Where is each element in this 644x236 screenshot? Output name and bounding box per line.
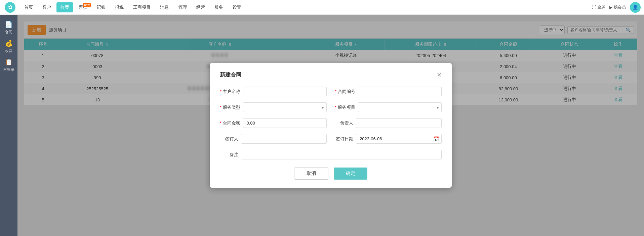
customer-label: 客户名称 bbox=[220, 89, 240, 95]
modal-overlay: 新建合同 ✕ 客户名称 合同编号 服务类型 服务项目 bbox=[17, 15, 644, 236]
service-item-select[interactable] bbox=[358, 102, 442, 112]
new-badge: new bbox=[83, 3, 91, 7]
field-service-item: 服务项目 bbox=[335, 102, 442, 112]
customer-input[interactable] bbox=[243, 87, 327, 96]
avatar[interactable]: 👤 bbox=[630, 2, 641, 13]
service-item-label: 服务项目 bbox=[335, 104, 355, 110]
sidebar-billing-label: 收费 bbox=[5, 48, 12, 53]
contract-no-input[interactable] bbox=[358, 87, 442, 96]
sidebar-contract-label: 合同 bbox=[5, 30, 12, 35]
service-item-select-wrap bbox=[358, 102, 442, 112]
modal-title: 新建合同 bbox=[220, 72, 241, 79]
service-type-select[interactable] bbox=[243, 102, 327, 112]
avatar-icon: 👤 bbox=[633, 5, 638, 10]
sign-date-label: 签订日期 bbox=[335, 136, 353, 142]
nav-service[interactable]: 服务 bbox=[210, 2, 227, 12]
field-service-type: 服务类型 bbox=[220, 102, 327, 112]
responsible-input[interactable] bbox=[356, 118, 442, 128]
logo-icon: ✿ bbox=[5, 2, 15, 13]
field-sign-date: 签订日期 📅 bbox=[335, 134, 442, 144]
contract-icon: 📄 bbox=[5, 21, 12, 28]
sign-date-input[interactable] bbox=[356, 134, 442, 144]
confirm-button[interactable]: 确定 bbox=[334, 168, 367, 180]
amount-label: 合同金额 bbox=[220, 120, 240, 126]
form-row-2: 服务类型 服务项目 bbox=[220, 102, 442, 112]
field-customer: 客户名称 bbox=[220, 87, 327, 96]
field-responsible: 负责人 bbox=[335, 118, 442, 128]
sidebar: 📄 合同 💰 收费 📋 对账单 bbox=[0, 15, 17, 236]
nav-home[interactable]: 首页 bbox=[20, 2, 37, 12]
sidebar-item-statement[interactable]: 📋 对账单 bbox=[0, 56, 17, 75]
modal-footer: 取消 确定 bbox=[220, 168, 442, 180]
statement-icon: 📋 bbox=[5, 58, 12, 66]
billing-icon: 💰 bbox=[5, 40, 12, 47]
video-icon: ▶ bbox=[609, 5, 612, 10]
sidebar-item-contract[interactable]: 📄 合同 bbox=[0, 18, 17, 37]
note-label: 备注 bbox=[220, 152, 238, 158]
responsible-label: 负责人 bbox=[335, 120, 353, 126]
modal-close-button[interactable]: ✕ bbox=[437, 71, 442, 79]
nav-settings[interactable]: 设置 bbox=[229, 2, 245, 12]
cancel-button[interactable]: 取消 bbox=[294, 168, 328, 180]
nav-message[interactable]: 消息 bbox=[156, 2, 173, 12]
fullscreen-label: 全屏 bbox=[597, 4, 605, 10]
sidebar-item-billing[interactable]: 💰 收费 bbox=[0, 37, 17, 56]
service-type-select-wrap bbox=[243, 102, 327, 112]
signer-label: 签订人 bbox=[220, 136, 238, 142]
member-button[interactable]: ▶ 畅会员 bbox=[609, 4, 626, 10]
nav-business[interactable]: 工商项目 bbox=[129, 2, 155, 12]
nav-billing[interactable]: 收费 bbox=[56, 2, 73, 12]
sign-date-wrap: 📅 bbox=[356, 134, 442, 144]
top-navigation: ✿ 首页 客户 收费 票据 new 记账 报税 工商项目 消息 管理 经营 服务… bbox=[0, 0, 644, 15]
logo: ✿ bbox=[3, 1, 17, 14]
fullscreen-icon: ⛶ bbox=[592, 5, 596, 10]
form-row-4: 签订人 签订日期 📅 bbox=[220, 134, 442, 144]
nav-bookkeeping[interactable]: 记账 bbox=[93, 2, 110, 12]
field-contract-no: 合同编号 bbox=[335, 87, 442, 96]
field-amount: 合同金额 bbox=[220, 118, 327, 128]
new-contract-modal: 新建合同 ✕ 客户名称 合同编号 服务类型 服务项目 bbox=[210, 63, 452, 188]
calendar-icon[interactable]: 📅 bbox=[433, 136, 439, 142]
sidebar-statement-label: 对账单 bbox=[3, 67, 14, 72]
nav-invoice[interactable]: 票据 new bbox=[75, 2, 91, 12]
amount-input[interactable] bbox=[243, 118, 327, 128]
form-row-1: 客户名称 合同编号 bbox=[220, 87, 442, 96]
nav-customer[interactable]: 客户 bbox=[38, 2, 55, 12]
nav-operation[interactable]: 经营 bbox=[192, 2, 209, 12]
nav-right-area: ⛶ 全屏 ▶ 畅会员 👤 bbox=[592, 2, 641, 13]
signer-input[interactable] bbox=[241, 134, 327, 144]
note-input[interactable] bbox=[241, 150, 442, 159]
nav-manage[interactable]: 管理 bbox=[174, 2, 191, 12]
contract-no-label: 合同编号 bbox=[335, 89, 355, 95]
field-note: 备注 bbox=[220, 150, 442, 159]
modal-header: 新建合同 ✕ bbox=[220, 71, 442, 79]
member-label: 畅会员 bbox=[614, 4, 626, 10]
form-row-3: 合同金额 负责人 bbox=[220, 118, 442, 128]
field-signer: 签订人 bbox=[220, 134, 327, 144]
nav-tax[interactable]: 报税 bbox=[111, 2, 128, 12]
service-type-label: 服务类型 bbox=[220, 104, 240, 110]
nav-menu: 首页 客户 收费 票据 new 记账 报税 工商项目 消息 管理 经营 服务 设… bbox=[20, 2, 592, 12]
fullscreen-button[interactable]: ⛶ 全屏 bbox=[592, 4, 605, 10]
form-row-5: 备注 bbox=[220, 150, 442, 159]
